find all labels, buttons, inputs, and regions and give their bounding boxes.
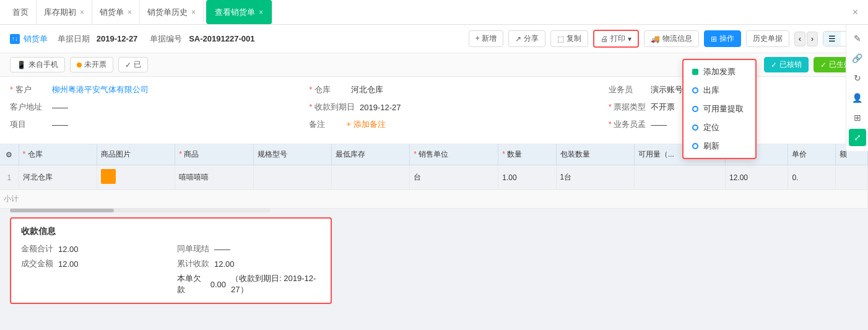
- view-list-button[interactable]: ☰: [823, 32, 841, 46]
- print-icon: 🖨: [601, 35, 608, 43]
- arrears-label: 本单欠款: [177, 273, 206, 295]
- close-all-tabs[interactable]: ×: [848, 7, 863, 18]
- row-stock: 12.00: [725, 165, 788, 190]
- number-label: 单据编号 SA-20191227-001: [150, 33, 254, 45]
- close-inventory-init[interactable]: ×: [80, 8, 84, 17]
- operations-icon: ⊞: [711, 35, 717, 43]
- business-label: 业务员孟: [609, 119, 646, 130]
- new-button[interactable]: + 新增: [469, 30, 503, 47]
- date-value: 2019-12-27: [97, 34, 138, 43]
- sidebar-table-icon[interactable]: ⊞: [849, 109, 866, 126]
- note-field: 备注 添加备注: [309, 119, 558, 130]
- product-image: [101, 169, 116, 184]
- col-product: * 商品: [175, 144, 253, 165]
- transaction-label: 成交金额: [21, 258, 53, 269]
- sidebar-user-icon[interactable]: 👤: [849, 89, 866, 106]
- locate-item[interactable]: 定位: [684, 118, 755, 137]
- sidebar-link-icon[interactable]: 🔗: [849, 50, 866, 67]
- total-amount-item: 金额合计 12.00: [21, 243, 165, 254]
- row-product-img: [97, 165, 175, 190]
- same-order-item: 同单现结 ——: [177, 243, 321, 254]
- arrears-value: 0.00: [210, 280, 226, 289]
- share-button[interactable]: ↗ 分享: [508, 30, 545, 47]
- payment-title: 收款信息: [21, 226, 321, 237]
- add-note-button[interactable]: 添加备注: [346, 119, 385, 130]
- available-pick-icon: [692, 106, 698, 112]
- sold-icon: ✓: [771, 61, 777, 69]
- close-sales-order[interactable]: ×: [128, 8, 132, 17]
- share-icon: ↗: [515, 35, 521, 43]
- prev-button[interactable]: ‹: [794, 32, 805, 46]
- payment-section: 收款信息 金额合计 12.00 同单现结 —— 成交金额 12.00 累计收款 …: [10, 217, 332, 304]
- close-sales-history[interactable]: ×: [191, 8, 196, 17]
- print-button[interactable]: 🖨 打印 ▾: [593, 30, 639, 48]
- doc-title: ↑↓ 销货单: [10, 33, 48, 45]
- close-view-sales[interactable]: ×: [259, 8, 263, 17]
- print-chevron: ▾: [628, 35, 631, 43]
- confirm-icon: ✓: [125, 61, 131, 69]
- tab-sales-history[interactable]: 销货单历史 ×: [140, 0, 204, 24]
- address-label: 客户地址: [10, 102, 47, 113]
- warehouse-field: 仓库 河北仓库: [309, 84, 558, 95]
- row-package-qty: 1台: [556, 165, 634, 190]
- row-unit: 台: [410, 165, 498, 190]
- total-value: 12.00: [58, 245, 79, 254]
- doc-icon: ↑↓: [10, 34, 20, 44]
- sidebar-expand-icon[interactable]: ⤢: [849, 129, 866, 146]
- cumulative-value: 12.00: [214, 259, 235, 269]
- next-button[interactable]: ›: [807, 32, 818, 46]
- payment-date-label: 收款到期日: [309, 102, 355, 113]
- transaction-value: 12.00: [58, 259, 79, 269]
- customer-value[interactable]: 柳州粤港平安气体有限公司: [47, 84, 154, 95]
- sidebar-edit-icon[interactable]: ✎: [849, 30, 866, 47]
- confirm-button[interactable]: ✓ 已: [118, 57, 148, 72]
- refresh-item[interactable]: 刷新: [684, 137, 755, 155]
- date-label: 单据日期 2019-12-27: [58, 33, 137, 45]
- warehouse-value: 河北仓库: [346, 84, 388, 95]
- sidebar-refresh-icon[interactable]: ↻: [849, 69, 866, 87]
- add-invoice-icon: [692, 69, 698, 75]
- locate-icon: [692, 124, 698, 131]
- row-warehouse: 河北仓库: [19, 165, 97, 190]
- invoice-type-label: 票据类型: [609, 102, 646, 113]
- col-warehouse: * 仓库: [19, 144, 97, 165]
- not-open-button[interactable]: 未开票: [70, 57, 113, 72]
- project-field: 项目 ——: [10, 119, 259, 130]
- row-product: 嘻嘻嘻嘻: [175, 165, 253, 190]
- col-settings[interactable]: ⚙: [0, 144, 19, 165]
- col-spec: 规格型号: [253, 144, 331, 165]
- col-min-stock: 最低库存: [331, 144, 409, 165]
- number-value: SA-20191227-001: [189, 34, 254, 43]
- note-label: 备注: [309, 119, 346, 130]
- operations-button[interactable]: ⊞ 操作: [704, 30, 741, 47]
- out-stock-item[interactable]: 出库: [684, 81, 755, 100]
- warehouse-label: 仓库: [309, 84, 346, 95]
- payment-grid: 金额合计 12.00 同单现结 —— 成交金额 12.00 累计收款 12.00…: [21, 243, 321, 295]
- tab-sales-order[interactable]: 销货单 ×: [92, 0, 140, 24]
- copy-button[interactable]: ⬚ 复制: [550, 30, 588, 47]
- due-date-text: （收款到期日: 2019-12-27）: [231, 273, 321, 295]
- right-sidebar: ✎ 🔗 ↻ 👤 ⊞ ⤢: [846, 25, 868, 151]
- tab-inventory-init[interactable]: 库存期初 ×: [37, 0, 92, 24]
- nav-arrows: ‹ ›: [794, 32, 818, 46]
- available-pick-item[interactable]: 可用量提取: [684, 100, 755, 118]
- subtotal-row: 小计: [0, 190, 868, 209]
- salesperson-value: 演示账号: [646, 84, 688, 95]
- phone-icon: 📱: [17, 61, 26, 69]
- tab-view-sales[interactable]: 查看销货单 ×: [206, 0, 272, 24]
- row-available: [634, 165, 725, 190]
- logistics-icon: 🚚: [651, 35, 660, 43]
- tab-bar: 首页 库存期初 × 销货单 × 销货单历史 × 查看销货单 × ×: [0, 0, 868, 25]
- add-invoice-item[interactable]: 添加发票: [684, 63, 755, 81]
- refresh-icon: [692, 143, 698, 149]
- col-quantity: * 数量: [498, 144, 556, 165]
- not-open-dot: [77, 63, 82, 67]
- history-button[interactable]: 历史单据: [746, 30, 789, 47]
- arrears-item: 本单欠款 0.00 （收款到期日: 2019-12-27）: [177, 273, 321, 295]
- tab-home[interactable]: 首页: [5, 0, 37, 24]
- logistics-button[interactable]: 🚚 物流信息: [644, 30, 699, 47]
- from-phone-button[interactable]: 📱 来自手机: [10, 57, 65, 72]
- transaction-item: 成交金额 12.00: [21, 258, 165, 269]
- already-sold-button[interactable]: ✓ 已核销: [764, 57, 809, 72]
- invoice-type-value: 不开票: [646, 102, 680, 113]
